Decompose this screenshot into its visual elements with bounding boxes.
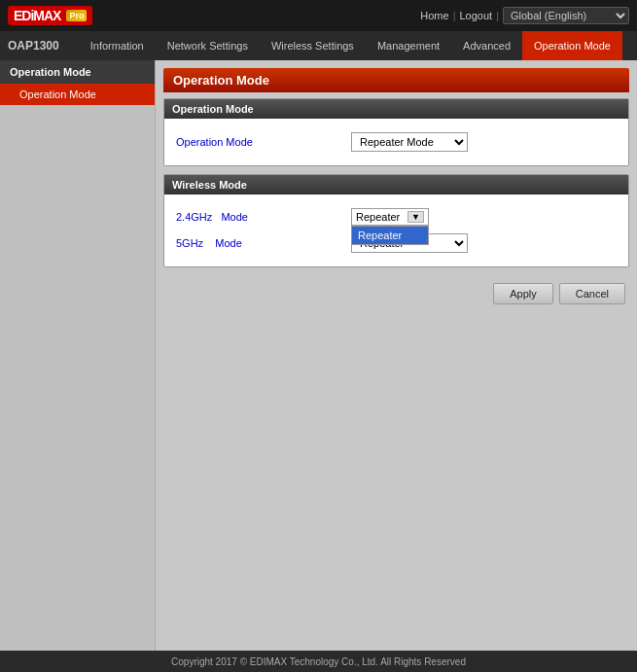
operation-mode-label: Operation Mode — [176, 136, 351, 148]
nav-bar: OAP1300 Information Network Settings Wir… — [0, 31, 637, 60]
operation-mode-row: Operation Mode AP Mode Repeater Mode Bri… — [176, 128, 617, 156]
2ghz-dropdown-list: Repeater — [351, 226, 429, 245]
divider2: | — [496, 10, 499, 21]
logout-link[interactable]: Logout — [459, 10, 492, 21]
2ghz-mode-label: 2.4GHz Mode — [176, 211, 351, 223]
content-area: Operation Mode Operation Mode Operation … — [156, 60, 637, 651]
sidebar-group-label: Operation Mode — [10, 66, 91, 78]
nav-information[interactable]: Information — [79, 31, 156, 60]
sidebar-item-operation-mode[interactable]: Operation Mode — [0, 84, 155, 106]
sidebar: Operation Mode Operation Mode — [0, 60, 156, 651]
copyright-text: Copyright 2017 © EDIMAX Technology Co., … — [171, 656, 466, 667]
language-select[interactable]: Global (English) Chinese (Traditional) C… — [503, 7, 629, 24]
footer: Copyright 2017 © EDIMAX Technology Co., … — [0, 651, 637, 672]
top-bar: EDiMAX Pro Home | Logout | Global (Engli… — [0, 0, 637, 31]
wireless-mode-section-body: 2.4GHz Mode Repeater ▼ Repeater — [164, 195, 628, 266]
apply-button[interactable]: Apply — [493, 283, 553, 304]
nav-operation-mode[interactable]: Operation Mode — [522, 31, 622, 60]
nav-advanced[interactable]: Advanced — [451, 31, 522, 60]
divider1: | — [453, 10, 456, 21]
operation-mode-link[interactable]: Operation Mode — [176, 136, 253, 148]
2ghz-option-repeater[interactable]: Repeater — [352, 227, 428, 244]
top-links: Home | Logout | Global (English) Chinese… — [420, 7, 629, 24]
button-row: Apply Cancel — [163, 275, 629, 308]
wireless-mode-section-header: Wireless Mode — [164, 175, 628, 195]
operation-mode-select[interactable]: AP Mode Repeater Mode Bridge Mode — [351, 132, 468, 152]
nav-items: Information Network Settings Wireless Se… — [79, 31, 622, 60]
model-label: OAP1300 — [8, 39, 59, 53]
2ghz-mode-control: Repeater ▼ Repeater — [351, 208, 617, 226]
5ghz-mode-label: 5GHz Mode — [176, 237, 351, 249]
2ghz-mode-link[interactable]: 2.4GHz Mode — [176, 211, 248, 223]
operation-mode-section-header: Operation Mode — [164, 99, 628, 119]
2ghz-dropdown-arrow-icon: ▼ — [407, 211, 424, 223]
home-link[interactable]: Home — [420, 10, 448, 21]
logo-edi-text: EDiMAX — [14, 8, 60, 23]
operation-mode-control: AP Mode Repeater Mode Bridge Mode — [351, 132, 617, 152]
main-layout: Operation Mode Operation Mode Operation … — [0, 60, 637, 651]
sidebar-item-label: Operation Mode — [19, 88, 96, 100]
2ghz-dropdown-wrapper: Repeater ▼ Repeater — [351, 208, 429, 226]
2ghz-mode-row: 2.4GHz Mode Repeater ▼ Repeater — [176, 204, 617, 230]
cancel-button[interactable]: Cancel — [559, 283, 625, 304]
nav-wireless-settings[interactable]: Wireless Settings — [260, 31, 366, 60]
logo-pro-badge: Pro — [66, 10, 87, 21]
logo-area: EDiMAX Pro — [8, 6, 92, 25]
logo: EDiMAX Pro — [8, 6, 92, 25]
2ghz-dropdown-trigger[interactable]: Repeater ▼ — [351, 208, 429, 226]
operation-mode-section-body: Operation Mode AP Mode Repeater Mode Bri… — [164, 119, 628, 165]
nav-management[interactable]: Management — [366, 31, 451, 60]
wireless-mode-section: Wireless Mode 2.4GHz Mode Repeater ▼ — [163, 174, 629, 267]
operation-mode-section: Operation Mode Operation Mode AP Mode Re… — [163, 98, 629, 166]
page-title: Operation Mode — [163, 68, 629, 92]
sidebar-group-operation-mode[interactable]: Operation Mode — [0, 60, 155, 84]
nav-network-settings[interactable]: Network Settings — [156, 31, 260, 60]
2ghz-dropdown-value: Repeater — [356, 211, 404, 223]
5ghz-mode-link[interactable]: 5GHz Mode — [176, 237, 242, 249]
